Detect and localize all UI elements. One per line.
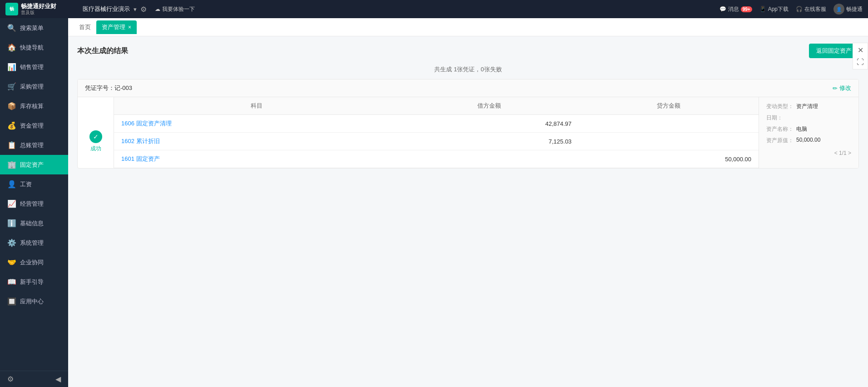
inventory-icon: 📦 xyxy=(7,102,16,110)
sidebar-item-app-center[interactable]: 🔲 应用中心 xyxy=(0,292,68,311)
sidebar-label-enterprise: 企业协同 xyxy=(20,258,44,267)
finance-icon: 💰 xyxy=(7,121,16,130)
sidebar-item-quick-nav[interactable]: 🏠 快捷导航 xyxy=(0,38,68,57)
col-header-debit: 借方金额 xyxy=(399,97,579,115)
sidebar-item-ledger[interactable]: 📋 总账管理 xyxy=(0,135,68,155)
sidebar-item-operations[interactable]: 📈 经营管理 xyxy=(0,194,68,213)
voucher-table: 科目 借方金额 贷方金额 1606 固定资产清理 42,874.97 xyxy=(114,97,759,168)
enterprise-icon: 🤝 xyxy=(7,258,16,267)
row3-debit xyxy=(399,150,579,168)
fixed-assets-icon: 🏢 xyxy=(7,160,16,169)
app-center-icon: 🔲 xyxy=(7,297,16,306)
page-nav[interactable]: < 1/1 > xyxy=(834,150,851,156)
row1-credit xyxy=(579,115,759,133)
voucher-card: 凭证字号：记-003 ✏ 修改 ✓ 成功 xyxy=(77,79,859,169)
topbar-center: 医疗器械行业演示 ▾ ⚙ ☁ 我要体验一下 xyxy=(74,5,719,14)
sidebar-label-guide: 新手引导 xyxy=(20,278,44,286)
asset-name-label: 资产名称： xyxy=(766,125,794,133)
row1-debit: 42,874.97 xyxy=(399,115,579,133)
sidebar-label-payroll: 工资 xyxy=(20,180,32,189)
success-text: 成功 xyxy=(90,145,101,153)
sidebar-label-search: 搜索菜单 xyxy=(20,24,44,32)
tab-close-icon[interactable]: × xyxy=(128,24,131,30)
online-service-button[interactable]: 🎧 在线客服 xyxy=(796,5,826,13)
app-download-label: App下载 xyxy=(768,5,789,13)
sidebar-item-payroll[interactable]: 👤 工资 xyxy=(0,174,68,194)
app-download-icon: 📱 xyxy=(759,6,766,12)
tab-bar: 首页 资产管理 × xyxy=(68,18,868,36)
voucher-body: ✓ 成功 科目 借方金额 贷方金额 xyxy=(78,97,858,168)
sidebar-item-purchase[interactable]: 🛒 采购管理 xyxy=(0,77,68,96)
sidebar-label-system: 系统管理 xyxy=(20,239,44,247)
sidebar-label-sales: 销售管理 xyxy=(20,63,44,71)
sidebar-item-fixed-assets[interactable]: 🏢 固定资产 xyxy=(0,155,68,174)
page-title: 本次生成的结果 xyxy=(77,46,128,56)
return-button[interactable]: 返回固定资产 xyxy=(809,44,859,58)
user-menu[interactable]: 👤 畅捷通 xyxy=(833,4,863,15)
sidebar-item-system[interactable]: ⚙️ 系统管理 xyxy=(0,233,68,253)
asset-value-value: 50,000.00 xyxy=(796,137,820,144)
logo: 畅 畅捷通好业财 普及版 xyxy=(5,3,74,15)
date-label: 日期： xyxy=(766,114,783,122)
search-icon: 🔍 xyxy=(7,24,16,32)
feedback-button[interactable]: ☁ 我要体验一下 xyxy=(155,5,195,13)
row2-subject: 1602 累计折旧 xyxy=(114,133,399,150)
success-icon: ✓ xyxy=(89,130,102,143)
voucher-header: 凭证字号：记-003 ✏ 修改 xyxy=(78,79,858,97)
company-name: 医疗器械行业演示 xyxy=(83,5,130,13)
sidebar-item-inventory[interactable]: 📦 库存核算 xyxy=(0,96,68,116)
sidebar-scroll: 🔍 搜索菜单 🏠 快捷导航 📊 销售管理 🛒 采购管理 📦 库存核算 💰 xyxy=(0,18,68,371)
row2-credit xyxy=(579,133,759,150)
logo-icon: 畅 xyxy=(5,3,18,15)
sidebar-item-enterprise[interactable]: 🤝 企业协同 xyxy=(0,253,68,272)
sidebar-label-basics: 基础信息 xyxy=(20,219,44,228)
feedback-label: 我要体验一下 xyxy=(162,5,195,13)
feedback-icon: ☁ xyxy=(155,6,160,12)
change-type-value: 资产清理 xyxy=(796,103,818,110)
table-row: 1602 累计折旧 7,125.03 xyxy=(114,133,759,150)
sidebar-collapse-icon[interactable]: ◀ xyxy=(55,375,61,383)
sidebar-settings-icon[interactable]: ⚙ xyxy=(7,375,14,383)
sidebar-item-basics[interactable]: ℹ️ 基础信息 xyxy=(0,213,68,233)
message-button[interactable]: 💬 消息 99+ xyxy=(719,5,752,13)
edit-button[interactable]: ✏ 修改 xyxy=(833,84,851,92)
tab-asset-management[interactable]: 资产管理 × xyxy=(96,20,137,34)
sidebar-label-purchase: 采购管理 xyxy=(20,83,44,91)
voucher-info-panel: 变动类型： 资产清理 日期： 资产名称： 电脑 资产原值： xyxy=(759,97,858,168)
sidebar-label-operations: 经营管理 xyxy=(20,200,44,208)
close-panel-button[interactable]: ✕ xyxy=(854,44,867,56)
basics-icon: ℹ️ xyxy=(7,219,16,228)
payroll-icon: 👤 xyxy=(7,180,16,189)
tab-home[interactable]: 首页 xyxy=(75,23,94,31)
page-content: 本次生成的结果 返回固定资产 共生成 1张凭证，0张失败 凭证字号：记-003 … xyxy=(68,36,868,387)
home-icon: 🏠 xyxy=(7,43,16,52)
sidebar-item-guide[interactable]: 📖 新手引导 xyxy=(0,272,68,292)
sales-icon: 📊 xyxy=(7,63,16,71)
page-header: 本次生成的结果 返回固定资产 xyxy=(77,44,859,58)
operations-icon: 📈 xyxy=(7,199,16,208)
sidebar-label-finance: 资金管理 xyxy=(20,122,44,130)
company-dropdown-icon[interactable]: ▾ xyxy=(134,6,137,13)
content-area: 首页 资产管理 × 本次生成的结果 返回固定资产 共生成 1张凭证，0张失败 凭… xyxy=(68,18,868,387)
table-row: 1606 固定资产清理 42,874.97 xyxy=(114,115,759,133)
col-header-credit: 贷方金额 xyxy=(579,97,759,115)
sidebar-label-inventory: 库存核算 xyxy=(20,102,44,110)
sidebar-item-search[interactable]: 🔍 搜索菜单 xyxy=(0,18,68,38)
settings-icon[interactable]: ⚙ xyxy=(140,5,147,14)
purchase-icon: 🛒 xyxy=(7,82,16,91)
info-row-date: 日期： xyxy=(766,114,851,122)
message-label: 消息 xyxy=(728,5,739,13)
sidebar-item-finance[interactable]: 💰 资金管理 xyxy=(0,116,68,135)
voucher-number: 凭证字号：记-003 xyxy=(85,84,132,92)
success-column: ✓ 成功 xyxy=(78,97,114,168)
system-icon: ⚙️ xyxy=(7,238,16,247)
app-download-button[interactable]: 📱 App下载 xyxy=(759,5,789,13)
change-type-label: 变动类型： xyxy=(766,103,794,110)
tab-active-label: 资产管理 xyxy=(102,23,125,31)
sidebar-item-sales[interactable]: 📊 销售管理 xyxy=(0,57,68,77)
sidebar-label-fixed-assets: 固定资产 xyxy=(20,161,44,169)
expand-panel-button[interactable]: ⛶ xyxy=(854,56,867,68)
table-section: ✓ 成功 科目 借方金额 贷方金额 xyxy=(78,97,759,168)
info-row-asset-value: 资产原值： 50,000.00 xyxy=(766,137,851,144)
table-data-area: 科目 借方金额 贷方金额 1606 固定资产清理 42,874.97 xyxy=(114,97,759,168)
